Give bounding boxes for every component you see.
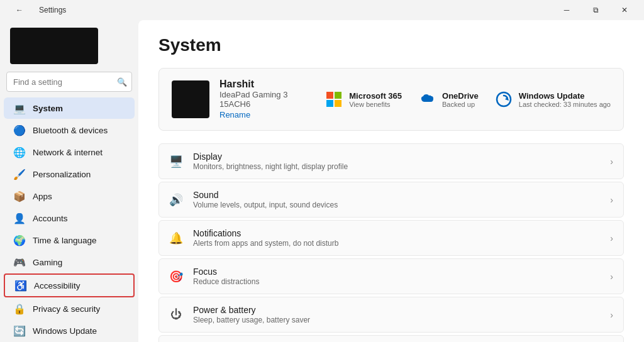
sidebar-item-label-apps: Apps: [33, 192, 52, 201]
title-bar: ← Settings ─ ⧉ ✕: [0, 0, 644, 20]
windowsupdate-icon: [494, 89, 514, 109]
settings-item-sound[interactable]: 🔊 Sound Volume levels, output, input, so…: [158, 182, 624, 218]
settings-item-display[interactable]: 🖥️ Display Monitors, brightness, night l…: [158, 143, 624, 179]
search-input[interactable]: [6, 72, 132, 92]
service-windowsupdate-text: Windows Update Last checked: 33 minutes …: [519, 91, 611, 108]
back-button[interactable]: ←: [5, 0, 34, 20]
title-bar-controls: ─ ⧉ ✕: [552, 0, 639, 20]
sound-desc: Volume levels, output, input, sound devi…: [193, 201, 600, 209]
minimize-button[interactable]: ─: [552, 0, 581, 20]
sidebar-item-label-system: System: [33, 104, 63, 113]
sidebar: 🔍 💻System🔵Bluetooth & devices🌐Network & …: [0, 20, 138, 342]
focus-chevron: ›: [610, 272, 613, 282]
display-text: Display Monitors, brightness, night ligh…: [193, 152, 600, 171]
system-nav-icon: 💻: [14, 102, 25, 114]
privacy-nav-icon: 🔒: [14, 303, 25, 314]
windowsupdate-nav-icon: 🔄: [14, 325, 25, 336]
notifications-chevron: ›: [610, 233, 613, 243]
notifications-desc: Alerts from apps and system, do not dist…: [193, 239, 600, 248]
sidebar-item-label-personalization: Personalization: [33, 170, 91, 179]
service-windowsupdate-name: Windows Update: [519, 91, 611, 101]
display-name: Display: [193, 152, 600, 162]
settings-item-notifications[interactable]: 🔔 Notifications Alerts from apps and sys…: [158, 220, 624, 256]
profile-name: Harshit: [219, 79, 314, 90]
profile-card: Harshit IdeaPad Gaming 3 15ACH6 Rename: [158, 68, 624, 131]
search-box: 🔍: [6, 72, 132, 92]
app-body: 🔍 💻System🔵Bluetooth & devices🌐Network & …: [0, 20, 644, 342]
rename-link[interactable]: Rename: [219, 110, 250, 119]
focus-icon: 🎯: [169, 270, 183, 284]
sidebar-item-system[interactable]: 💻System: [4, 97, 135, 119]
sidebar-item-gaming[interactable]: 🎮Gaming: [4, 251, 135, 273]
profile-info: Harshit IdeaPad Gaming 3 15ACH6 Rename: [219, 79, 314, 120]
service-windowsupdate[interactable]: Windows Update Last checked: 33 minutes …: [494, 89, 611, 109]
sidebar-item-label-accessibility: Accessibility: [34, 281, 80, 290]
accounts-nav-icon: 👤: [14, 212, 25, 224]
profile-device: IdeaPad Gaming 3 15ACH6: [219, 90, 314, 109]
title-bar-left: ← Settings: [5, 0, 66, 20]
service-microsoft365-name: Microsoft 365: [349, 91, 402, 101]
network-nav-icon: 🌐: [14, 146, 25, 158]
page-title: System: [158, 35, 624, 55]
onedrive-icon: [417, 89, 437, 109]
accessibility-nav-icon: ♿: [15, 280, 26, 291]
sidebar-item-privacy[interactable]: 🔒Privacy & security: [4, 298, 135, 319]
close-button[interactable]: ✕: [610, 0, 639, 20]
sidebar-item-network[interactable]: 🌐Network & internet: [4, 141, 135, 163]
time-nav-icon: 🌍: [14, 234, 25, 246]
display-chevron: ›: [610, 157, 613, 167]
powerbattery-text: Power & battery Sleep, battery usage, ba…: [193, 305, 600, 324]
svg-rect-0: [326, 92, 333, 99]
service-microsoft365-sub: View benefits: [349, 101, 402, 108]
service-onedrive-text: OneDrive Backed up: [442, 91, 479, 108]
service-microsoft365[interactable]: Microsoft 365 View benefits: [324, 89, 402, 109]
powerbattery-name: Power & battery: [193, 305, 600, 315]
sidebar-item-label-accounts: Accounts: [33, 214, 68, 223]
sound-chevron: ›: [610, 195, 613, 205]
sidebar-item-personalization[interactable]: 🖌️Personalization: [4, 163, 135, 185]
svg-rect-1: [335, 92, 341, 99]
sidebar-item-time[interactable]: 🌍Time & language: [4, 229, 135, 251]
main-content: System Harshit IdeaPad Gaming 3 15ACH6 R…: [138, 20, 644, 342]
svg-rect-2: [326, 100, 333, 107]
profile-services: Microsoft 365 View benefits OneDrive Bac…: [324, 89, 611, 109]
sidebar-item-label-bluetooth: Bluetooth & devices: [33, 126, 108, 135]
sidebar-item-label-network: Network & internet: [33, 148, 103, 157]
powerbattery-chevron: ›: [610, 310, 613, 320]
sidebar-item-windowsupdate[interactable]: 🔄Windows Update: [4, 320, 135, 341]
service-onedrive-name: OneDrive: [442, 91, 479, 101]
sidebar-item-label-gaming: Gaming: [33, 258, 62, 267]
restore-button[interactable]: ⧉: [581, 0, 610, 20]
search-icon: 🔍: [117, 77, 127, 87]
sidebar-item-accessibility[interactable]: ♿Accessibility: [4, 273, 135, 297]
service-onedrive[interactable]: OneDrive Backed up: [417, 89, 479, 109]
focus-text: Focus Reduce distractions: [193, 267, 600, 286]
gaming-nav-icon: 🎮: [14, 256, 25, 268]
sound-name: Sound: [193, 190, 600, 200]
sidebar-item-bluetooth[interactable]: 🔵Bluetooth & devices: [4, 119, 135, 141]
settings-item-powerbattery[interactable]: ⏻ Power & battery Sleep, battery usage, …: [158, 297, 624, 333]
powerbattery-desc: Sleep, battery usage, battery saver: [193, 316, 600, 324]
nav-list: 💻System🔵Bluetooth & devices🌐Network & in…: [0, 97, 138, 342]
apps-nav-icon: 📦: [14, 190, 25, 202]
svg-point-4: [497, 92, 511, 106]
focus-desc: Reduce distractions: [193, 277, 600, 286]
service-windowsupdate-sub: Last checked: 33 minutes ago: [519, 101, 611, 108]
sound-icon: 🔊: [169, 193, 183, 207]
settings-item-focus[interactable]: 🎯 Focus Reduce distractions ›: [158, 258, 624, 294]
title-bar-title: Settings: [39, 6, 66, 14]
notifications-text: Notifications Alerts from apps and syste…: [193, 228, 600, 248]
sidebar-item-accounts[interactable]: 👤Accounts: [4, 207, 135, 229]
settings-item-storage[interactable]: 💾 Storage Storage space, drives, configu…: [158, 335, 624, 342]
sidebar-avatar: [10, 28, 98, 64]
display-desc: Monitors, brightness, night light, displ…: [193, 162, 600, 171]
sidebar-item-apps[interactable]: 📦Apps: [4, 185, 135, 207]
sidebar-item-label-time: Time & language: [33, 236, 97, 245]
settings-list: 🖥️ Display Monitors, brightness, night l…: [158, 143, 624, 342]
svg-rect-3: [335, 100, 341, 107]
microsoft365-icon: [324, 89, 344, 109]
service-onedrive-sub: Backed up: [442, 101, 479, 108]
bluetooth-nav-icon: 🔵: [14, 124, 25, 136]
service-microsoft365-text: Microsoft 365 View benefits: [349, 91, 402, 108]
personalization-nav-icon: 🖌️: [14, 168, 25, 180]
